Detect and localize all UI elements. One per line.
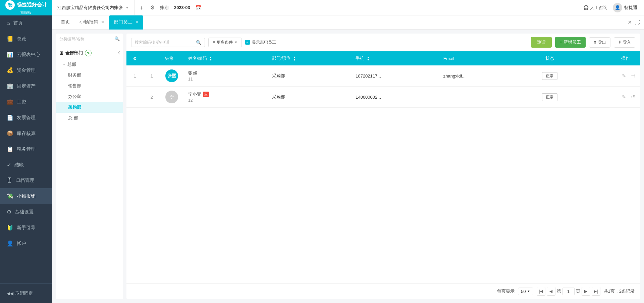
period-label: 账期 xyxy=(160,5,169,11)
sidebar-item-guide[interactable]: 🔰 新手引导 xyxy=(0,220,52,236)
expand-window-button[interactable]: ⛶ xyxy=(635,19,640,26)
th-phone[interactable]: 手机 ▲▼ xyxy=(351,51,439,65)
page-size-select[interactable]: 50 ▼ xyxy=(518,288,533,295)
th-name[interactable]: 姓名/编码 ▲▼ xyxy=(183,51,267,65)
page-label-before: 第 xyxy=(557,288,561,294)
last-page-button[interactable]: ▶| xyxy=(592,287,600,296)
sidebar-item-invoice[interactable]: 📄 发票管理 xyxy=(0,110,52,125)
row1-edit-icon[interactable]: ✎ xyxy=(622,73,626,79)
payroll-icon: 💼 xyxy=(7,99,13,105)
user-area[interactable]: 👤 畅捷通 xyxy=(613,3,637,12)
table-row: 1 1 张熙 张熙 11 xyxy=(126,65,640,87)
tab-expense-close[interactable]: ✕ xyxy=(101,20,104,24)
page-size-label: 每页显示 xyxy=(497,288,515,294)
dept-root-label: 全部部门 xyxy=(65,50,83,56)
inventory-icon: 📦 xyxy=(7,130,13,137)
unpin-label: 取消固定 xyxy=(15,290,33,296)
sidebar-item-home[interactable]: ⌂ 首页 xyxy=(0,15,52,31)
import-button[interactable]: ⬇ 导入 xyxy=(614,37,635,48)
dept-child-finance-label: 财务部 xyxy=(68,72,81,78)
tab-dept-close[interactable]: ✕ xyxy=(135,20,139,24)
sidebar-label-inventory: 库存核算 xyxy=(17,131,36,137)
dept-search-input[interactable] xyxy=(59,37,112,41)
th-dept[interactable]: 部门/职位 ▲▼ xyxy=(267,51,351,65)
prev-page-button[interactable]: ◀ xyxy=(547,287,555,296)
add-tab-button[interactable]: ＋ xyxy=(139,4,145,12)
service-button[interactable]: 🎧 人工咨询 xyxy=(583,5,607,11)
more-filter-button[interactable]: ≡ 更多条件 ▼ xyxy=(208,38,242,47)
sidebar-item-ledger[interactable]: 📒 总账 xyxy=(0,31,52,47)
close-window-button[interactable]: ✕ xyxy=(628,19,632,26)
next-page-button[interactable]: ▶ xyxy=(582,287,590,296)
logo-icon: 畅 xyxy=(5,0,15,10)
header-right: 🎧 人工咨询 👤 畅捷通 xyxy=(583,3,644,12)
capital-icon: 💰 xyxy=(7,67,13,73)
row2-tag: 应 xyxy=(203,92,209,97)
row2-index: 2 xyxy=(143,87,160,108)
resigned-checkbox[interactable]: ✓ xyxy=(245,40,250,45)
company-selector[interactable]: 江西服宝精品有限责任公司内账张 ▼ xyxy=(52,0,135,15)
row1-code: 11 xyxy=(188,77,263,82)
avatar-zhang: 张熙 xyxy=(165,69,178,82)
page-input[interactable] xyxy=(562,288,575,295)
export-button[interactable]: ⬆ 导出 xyxy=(589,37,610,48)
dept-child-office[interactable]: 办公室 xyxy=(56,91,123,102)
ledger-icon: 📒 xyxy=(7,36,13,42)
invite-button[interactable]: 邀请 xyxy=(531,37,552,48)
dept-edit-icon[interactable]: ✎ xyxy=(85,50,92,56)
dept-child-finance[interactable]: 财务部 xyxy=(56,70,123,81)
row1-phone: 187202117... xyxy=(351,65,439,87)
sidebar-item-tax[interactable]: 📋 税务管理 xyxy=(0,141,52,157)
invoice-icon: 📄 xyxy=(7,114,13,121)
row2-status-badge: 正常 xyxy=(542,93,557,101)
sidebar-item-inventory[interactable]: 📦 库存核算 xyxy=(0,125,52,141)
sidebar-label-xiao: 小畅报销 xyxy=(17,193,36,199)
dept-child-purchase-label: 采购部 xyxy=(68,104,81,110)
first-page-button[interactable]: |◀ xyxy=(537,287,545,296)
dept-child-sales-label: 销售部 xyxy=(68,83,81,89)
show-resigned-toggle[interactable]: ✓ 显示离职员工 xyxy=(245,40,276,45)
main-layout: ⌂ 首页 📒 总账 📊 云报表中心 💰 资金管理 🏢 固定资产 💼 工资 📄 发… xyxy=(0,15,644,303)
sidebar-item-reports[interactable]: 📊 云报表中心 xyxy=(0,47,52,62)
sidebar-label-assets: 固定资产 xyxy=(17,83,36,89)
filter-arrow-icon: ▼ xyxy=(234,41,237,44)
import-icon: ⬇ xyxy=(618,40,622,45)
company-name: 江西服宝精品有限责任公司内账张 xyxy=(57,5,123,11)
row1-dept: 采购部 xyxy=(267,65,351,87)
row2-edit-icon[interactable]: ✎ xyxy=(622,94,626,100)
sidebar-item-account[interactable]: 👤 帐户 xyxy=(0,236,52,251)
row2-code: 12 xyxy=(188,98,263,103)
account-icon: 👤 xyxy=(7,240,13,247)
dept-child-sales[interactable]: 销售部 xyxy=(56,81,123,91)
dept-child-hqsub[interactable]: 总 部 xyxy=(56,113,123,123)
sidebar-item-payroll[interactable]: 💼 工资 xyxy=(0,94,52,110)
add-employee-button[interactable]: + 新增员工 xyxy=(555,37,586,48)
reports-icon: 📊 xyxy=(7,51,13,58)
sidebar-item-close[interactable]: ✓ 结账 xyxy=(0,157,52,173)
unpin-button[interactable]: ◀◀ 取消固定 xyxy=(0,287,52,300)
sidebar-item-xiao[interactable]: 💸 小畅报销 xyxy=(0,188,52,204)
sidebar-item-archive[interactable]: 🗄 归档管理 xyxy=(0,173,52,188)
dept-parent-hq[interactable]: 总部 xyxy=(56,59,123,70)
employee-search-input[interactable] xyxy=(135,40,194,45)
employee-table: ⚙ 头像 姓名/编码 ▲▼ 部门/职位 xyxy=(126,51,640,108)
tab-home[interactable]: 首页 xyxy=(56,15,75,30)
calendar-icon[interactable]: 📅 xyxy=(196,5,201,10)
dept-root-all[interactable]: ⊞ 全部部门 ✎ 《 xyxy=(56,47,123,59)
sidebar-item-assets[interactable]: 🏢 固定资产 xyxy=(0,78,52,94)
top-header: 畅 畅捷通好会计 旗舰版 江西服宝精品有限责任公司内账张 ▼ ＋ ⚙ 账期 20… xyxy=(0,0,644,15)
sidebar-item-capital[interactable]: 💰 资金管理 xyxy=(0,62,52,78)
tab-expense-label: 小畅报销 xyxy=(79,19,98,25)
th-settings[interactable]: ⚙ xyxy=(126,51,143,65)
tab-dept[interactable]: 部门员工 ✕ xyxy=(109,15,143,30)
row1-logout-icon[interactable]: ⊣ xyxy=(631,73,635,79)
settings-gear-icon[interactable]: ⚙ xyxy=(150,4,155,11)
dept-search-icon: 🔍 xyxy=(114,36,120,41)
sidebar-item-settings[interactable]: ⚙ 基础设置 xyxy=(0,204,52,220)
dept-child-purchase[interactable]: 采购部 xyxy=(56,102,123,113)
row2-ops: ✎ ↺ xyxy=(581,87,640,108)
tab-expense[interactable]: 小畅报销 ✕ xyxy=(75,15,109,30)
toolbar-right: 邀请 + 新增员工 ⬆ 导出 ⬇ 导入 xyxy=(531,37,635,48)
row2-delete-icon[interactable]: ↺ xyxy=(631,94,635,100)
sidebar-label-ledger: 总账 xyxy=(17,36,26,42)
